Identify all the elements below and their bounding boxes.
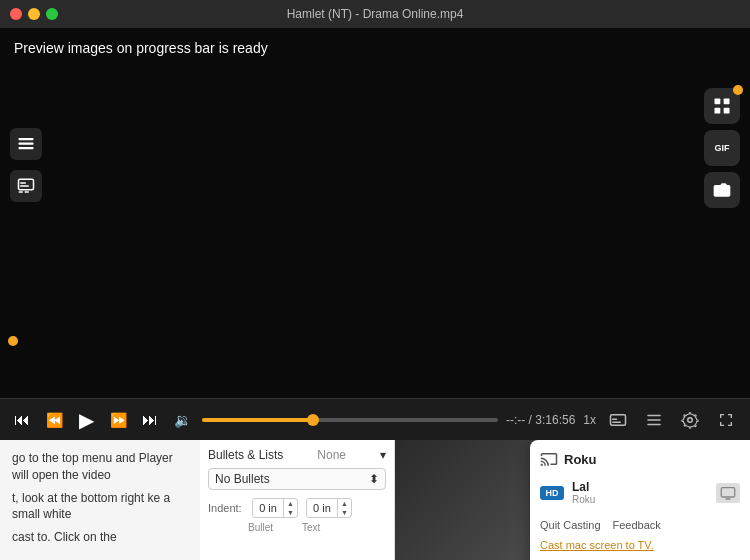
text-indent-down[interactable]: ▼ xyxy=(338,508,351,517)
fullscreen-icon xyxy=(718,412,734,428)
bullets-header: Bullets & Lists None ▾ xyxy=(208,448,386,462)
gif-button[interactable]: GIF xyxy=(704,130,740,166)
subtitles-icon xyxy=(17,177,35,195)
play-button[interactable]: ▶ xyxy=(74,408,98,432)
svg-rect-14 xyxy=(612,421,621,423)
device-sub: Roku xyxy=(572,494,708,505)
chapters-icon xyxy=(17,135,35,153)
camera-icon xyxy=(712,180,732,200)
device-info: Lal Roku xyxy=(572,480,708,505)
traffic-lights xyxy=(0,8,58,20)
bullet-sub-label: Bullet xyxy=(248,522,298,533)
svg-point-18 xyxy=(688,417,693,422)
progress-container[interactable] xyxy=(202,418,498,422)
settings-icon xyxy=(681,411,699,429)
subtitles-ctrl-button[interactable] xyxy=(604,406,632,434)
grid-button[interactable] xyxy=(704,88,740,124)
controls-bar: ⏮ ⏪ ▶ ⏩ ⏭ 🔉 --:-- / 3:16:56 1x xyxy=(0,398,750,440)
no-bullets-dropdown[interactable]: No Bullets ⬍ xyxy=(208,468,386,490)
svg-rect-6 xyxy=(19,191,24,193)
svg-rect-9 xyxy=(724,99,730,105)
text-panel: go to the top menu and Player will open … xyxy=(0,440,200,560)
bullet-indent-field[interactable]: 0 in ▲ ▼ xyxy=(252,498,298,518)
preview-text: Preview images on progress bar is ready xyxy=(0,28,750,68)
minimize-button[interactable] xyxy=(28,8,40,20)
video-area: Preview images on progress bar is ready xyxy=(0,28,750,398)
bottom-section: go to the top menu and Player will open … xyxy=(0,440,750,560)
bullets-panel: Bullets & Lists None ▾ No Bullets ⬍ Inde… xyxy=(200,440,395,560)
subtitles-button[interactable] xyxy=(10,170,42,202)
text-line-3: cast to. Click on the xyxy=(12,529,188,546)
svg-rect-0 xyxy=(19,138,34,140)
skip-end-button[interactable]: ⏭ xyxy=(138,408,162,432)
bullet-indent-arrows: ▲ ▼ xyxy=(283,499,297,517)
fullscreen-button[interactable] xyxy=(712,406,740,434)
no-bullets-label: No Bullets xyxy=(215,472,270,486)
bullet-indent-up[interactable]: ▲ xyxy=(284,499,297,508)
roku-device-row: HD Lal Roku xyxy=(540,476,740,509)
svg-rect-13 xyxy=(612,418,617,420)
svg-rect-16 xyxy=(647,419,661,421)
svg-rect-7 xyxy=(25,191,30,193)
settings-button[interactable] xyxy=(676,406,704,434)
svg-rect-10 xyxy=(715,108,721,114)
svg-rect-8 xyxy=(715,99,721,105)
quit-casting-button[interactable]: Quit Casting xyxy=(540,519,601,531)
cast-to-tv-icon xyxy=(720,486,736,500)
svg-rect-4 xyxy=(20,182,26,184)
bullets-value: None xyxy=(317,448,346,462)
indent-label: Indent: xyxy=(208,502,248,514)
svg-rect-1 xyxy=(19,143,34,145)
text-indent-up[interactable]: ▲ xyxy=(338,499,351,508)
svg-rect-19 xyxy=(721,487,734,496)
volume-button[interactable]: 🔉 xyxy=(170,408,194,432)
svg-rect-3 xyxy=(19,179,34,190)
bullets-chevron: ▾ xyxy=(380,448,386,462)
text-indent-field[interactable]: 0 in ▲ ▼ xyxy=(306,498,352,518)
roku-popup: Roku HD Lal Roku Quit Casting Feedback xyxy=(530,440,750,560)
camera-button[interactable] xyxy=(704,172,740,208)
text-indent-arrows: ▲ ▼ xyxy=(337,499,351,517)
svg-rect-15 xyxy=(647,414,661,416)
image-area: Roku HD Lal Roku Quit Casting Feedback xyxy=(395,440,750,560)
svg-rect-2 xyxy=(19,147,34,149)
window-title: Hamlet (NT) - Drama Online.mp4 xyxy=(287,7,464,21)
bullet-indent-down[interactable]: ▼ xyxy=(284,508,297,517)
device-name: Lal xyxy=(572,480,708,494)
progress-thumb xyxy=(307,414,319,426)
cast-mac-screen-link[interactable]: Cast mac screen to TV. xyxy=(540,539,740,551)
feedback-button[interactable]: Feedback xyxy=(613,519,661,531)
text-indent-value: 0 in xyxy=(307,500,337,516)
text-line-1: go to the top menu and Player will open … xyxy=(12,450,188,484)
progress-fill xyxy=(202,418,314,422)
hd-badge: HD xyxy=(540,486,564,500)
progress-bar[interactable] xyxy=(202,418,498,422)
roku-header: Roku xyxy=(540,450,740,468)
speed-label[interactable]: 1x xyxy=(583,413,596,427)
chapters-button[interactable] xyxy=(10,128,42,160)
tv-icon[interactable] xyxy=(716,483,740,503)
indent-row: Indent: 0 in ▲ ▼ 0 in ▲ ▼ xyxy=(208,498,386,518)
grid-icon xyxy=(712,96,732,116)
rewind-button[interactable]: ⏪ xyxy=(42,408,66,432)
roku-cast-icon xyxy=(540,450,558,468)
bullet-indent-value: 0 in xyxy=(253,500,283,516)
close-button[interactable] xyxy=(10,8,22,20)
svg-rect-17 xyxy=(647,423,661,425)
grid-badge xyxy=(733,85,743,95)
list-button[interactable] xyxy=(640,406,668,434)
skip-start-button[interactable]: ⏮ xyxy=(10,408,34,432)
text-sub-label: Text xyxy=(302,522,352,533)
title-bar: Hamlet (NT) - Drama Online.mp4 xyxy=(0,0,750,28)
side-buttons: GIF xyxy=(704,88,740,208)
indent-sub-labels: Bullet Text xyxy=(208,522,386,533)
left-buttons xyxy=(10,128,42,202)
roku-title: Roku xyxy=(564,452,597,467)
maximize-button[interactable] xyxy=(46,8,58,20)
svg-rect-5 xyxy=(20,185,29,187)
fastforward-button[interactable]: ⏩ xyxy=(106,408,130,432)
bullets-label: Bullets & Lists xyxy=(208,448,283,462)
svg-rect-20 xyxy=(725,498,730,499)
timeline-dot xyxy=(8,336,18,346)
no-bullets-arrow: ⬍ xyxy=(369,472,379,486)
